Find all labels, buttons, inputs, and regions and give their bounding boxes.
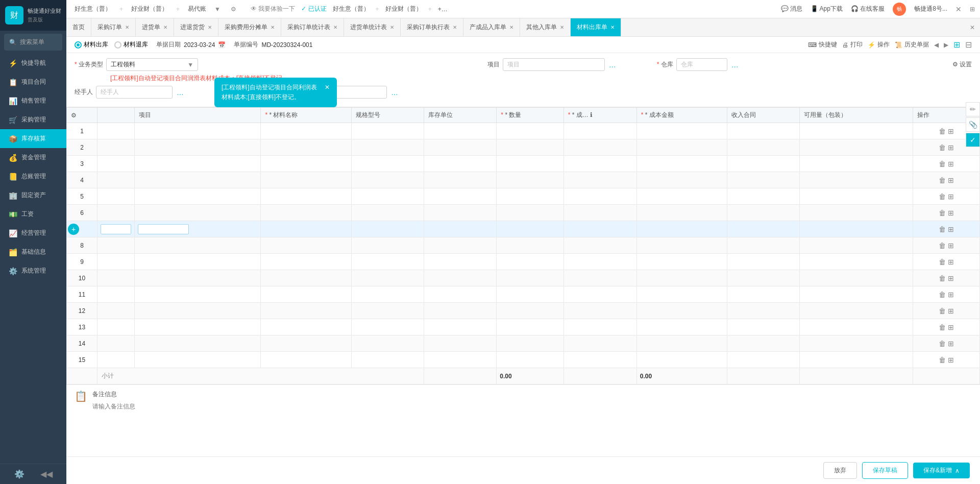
settings-bottom-icon[interactable]: ⚙️ — [14, 469, 24, 479]
tab-close-icon[interactable]: ✕ — [125, 25, 129, 30]
sidebar-item-sales[interactable]: 📊 销售管理 — [0, 91, 66, 110]
sidebar-item-purchase[interactable]: 🛒 采购管理 — [0, 110, 66, 129]
copy-row-btn[interactable]: ⊞ — [948, 323, 954, 331]
delete-row-btn[interactable]: 🗑 — [939, 340, 946, 348]
tab-purchase-stats[interactable]: 采购订单统计表 ✕ — [281, 18, 344, 37]
date-value[interactable]: 2023-03-24 — [184, 41, 215, 49]
delete-row-btn[interactable]: 🗑 — [939, 291, 946, 299]
operate-btn[interactable]: ⚡ 操作 — [868, 40, 890, 49]
col-settings[interactable]: ⚙ — [67, 108, 97, 123]
topbar-app-download[interactable]: 📱 App下载 — [811, 5, 843, 13]
shortcut-key-btn[interactable]: ⌨ 快捷键 — [808, 40, 837, 49]
view-list-btn[interactable]: ⊟ — [965, 40, 972, 50]
view-grid-btn[interactable]: ⊞ — [953, 40, 960, 50]
copy-row-btn[interactable]: ⊞ — [948, 291, 954, 299]
topbar-username[interactable]: 畅捷通8号... — [914, 5, 947, 13]
topbar-message[interactable]: 💬 消息 — [781, 5, 802, 13]
tab-finished-goods[interactable]: 产成品入库单 ✕ — [463, 18, 520, 37]
warehouse-input[interactable]: 仓库 — [676, 58, 727, 71]
copy-row-btn[interactable]: ⊞ — [948, 241, 954, 250]
tab-return-goods[interactable]: 进退货货 ✕ — [174, 18, 218, 37]
tab-close-icon[interactable]: ✕ — [560, 25, 564, 30]
sidebar-item-finance[interactable]: 💰 资金管理 — [0, 148, 66, 167]
search-menu[interactable]: 🔍 搜索菜单 — [4, 34, 62, 51]
sidebar-item-assets[interactable]: 🏢 固定资产 — [0, 186, 66, 205]
save-draft-button[interactable]: 保存草稿 — [862, 462, 908, 479]
delete-row-btn[interactable]: 🗑 — [939, 160, 946, 168]
delete-row-btn[interactable]: 🗑 — [939, 176, 946, 184]
tab-purchase-order[interactable]: 采购订单 ✕ — [91, 18, 136, 37]
sidebar-item-basic[interactable]: 🗂️ 基础信息 — [0, 243, 66, 261]
sidebar-item-operations[interactable]: 📈 经营管理 — [0, 224, 66, 243]
form-settings-btn[interactable]: ⚙ 设置 — [952, 60, 972, 69]
copy-row-btn[interactable]: ⊞ — [948, 356, 954, 364]
sidebar-item-shortcut[interactable]: ⚡ 快捷导航 — [0, 54, 66, 72]
delete-row-btn[interactable]: 🗑 — [939, 323, 946, 331]
delete-row-btn[interactable]: 🗑 — [939, 192, 946, 201]
topbar-grid-icon[interactable]: ⊞ — [970, 6, 975, 13]
topbar-settings-icon[interactable]: ⚙ — [231, 6, 236, 13]
history-btn[interactable]: 📜 历史单据 — [895, 40, 929, 49]
copy-row-btn[interactable]: ⊞ — [948, 143, 954, 152]
project-input[interactable]: 项目 — [503, 58, 605, 71]
project-dots-btn[interactable]: … — [609, 61, 616, 69]
tab-purchase-execution[interactable]: 采购订单执行表 ✕ — [401, 18, 463, 37]
copy-row-btn[interactable]: ⊞ — [948, 225, 954, 233]
delete-row-btn[interactable]: 🗑 — [939, 356, 946, 364]
business-type-select[interactable]: 工程领料 ▼ — [106, 58, 198, 71]
agent-input[interactable]: 经手人 — [96, 86, 173, 99]
tab-close-icon[interactable]: ✕ — [271, 25, 275, 30]
tab-home[interactable]: 首页 — [66, 18, 91, 37]
topbar-nav-item-3[interactable]: 易代账 — [185, 4, 209, 14]
notes-input[interactable] — [92, 401, 399, 410]
delete-row-btn[interactable]: 🗑 — [939, 209, 946, 217]
copy-row-btn[interactable]: ⊞ — [948, 340, 954, 348]
nav-prev-btn[interactable]: ◀ — [934, 41, 939, 49]
delete-row-btn[interactable]: 🗑 — [939, 143, 946, 152]
agent-dots-btn[interactable]: … — [177, 88, 184, 96]
copy-row-btn[interactable]: ⊞ — [948, 160, 954, 168]
sidebar-item-accounting[interactable]: 📒 总账管理 — [0, 167, 66, 186]
nav-next-btn[interactable]: ▶ — [944, 41, 948, 49]
topbar-nav-item-1[interactable]: 好生意（普） — [71, 4, 114, 14]
topbar-nav2-item-3[interactable]: +… — [438, 6, 448, 13]
table-scroll-area[interactable]: ⚙ 项目 * 材料名称 规格型号 库存单位 * 数量 * 成… ℹ * 成本金额… — [66, 107, 980, 484]
radio-material-return[interactable]: 材料退库 — [114, 40, 148, 49]
right-icon-check[interactable]: ✓ — [966, 133, 980, 147]
sidebar-item-salary[interactable]: 💵 工资 — [0, 205, 66, 224]
delete-row-btn[interactable]: 🗑 — [939, 127, 946, 135]
tab-close-icon[interactable]: ✕ — [390, 25, 394, 30]
sidebar-item-project[interactable]: 📋 项目合同 — [0, 72, 66, 91]
delete-row-btn[interactable]: 🗑 — [939, 241, 946, 250]
number-value[interactable]: MD-20230324-001 — [261, 41, 312, 49]
tab-material-issue[interactable]: 材料出库单 ✕ — [571, 18, 621, 37]
tabbar-more[interactable]: ✕ — [965, 24, 980, 31]
tab-close-icon[interactable]: ✕ — [509, 25, 513, 30]
tab-other-receipt[interactable]: 其他入库单 ✕ — [520, 18, 571, 37]
copy-row-btn[interactable]: ⊞ — [948, 274, 954, 282]
tab-close-icon[interactable]: ✕ — [333, 25, 337, 30]
copy-row-btn[interactable]: ⊞ — [948, 176, 954, 184]
tab-goods-receipt[interactable]: 进货单 ✕ — [136, 18, 174, 37]
delete-row-btn[interactable]: 🗑 — [939, 225, 946, 233]
save-new-button[interactable]: 保存&新增 ∧ — [913, 463, 970, 478]
tab-purchase-fee[interactable]: 采购费用分摊单 ✕ — [218, 18, 281, 37]
row7-col2-input[interactable] — [138, 224, 189, 234]
right-icon-edit[interactable]: ✏ — [966, 102, 980, 116]
tab-close-icon[interactable]: ✕ — [208, 25, 212, 30]
copy-row-btn[interactable]: ⊞ — [948, 127, 954, 135]
topbar-nav2-item-1[interactable]: 好生意（普） — [333, 5, 370, 13]
topbar-avatar[interactable]: 畅 — [893, 3, 906, 16]
right-icon-clip[interactable]: 📎 — [966, 117, 980, 132]
sidebar-item-system[interactable]: ⚙️ 系统管理 — [0, 261, 66, 280]
topbar-nav2-item-2[interactable]: 好业财（普） — [385, 5, 422, 13]
delete-row-btn[interactable]: 🗑 — [939, 274, 946, 282]
tooltip-close-btn[interactable]: ✕ — [325, 83, 330, 92]
collapse-icon[interactable]: ◀◀ — [40, 469, 53, 479]
topbar-dropdown-arrow[interactable]: ▼ — [211, 5, 224, 14]
income-contract-dots-btn[interactable]: … — [391, 88, 398, 96]
calendar-icon[interactable]: 📅 — [218, 41, 226, 49]
tab-close-icon[interactable]: ✕ — [610, 25, 615, 30]
tab-close-icon[interactable]: ✕ — [163, 25, 167, 30]
tab-close-icon[interactable]: ✕ — [453, 25, 457, 30]
